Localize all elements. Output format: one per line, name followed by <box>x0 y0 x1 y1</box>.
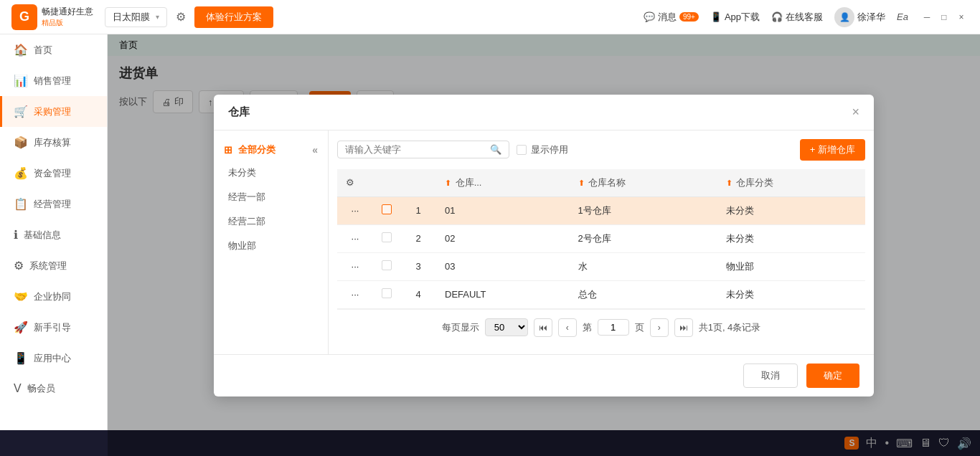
maximize-button[interactable]: □ <box>937 10 951 24</box>
sidebar: 🏠 首页 📊 销售管理 🛒 采购管理 📦 库存核算 💰 资金管理 📋 经营管理 … <box>0 34 108 456</box>
first-page-button[interactable]: ⏮ <box>534 318 552 337</box>
purchase-icon: 🛒 <box>14 105 28 118</box>
table-row[interactable]: ··· 1 01 1号仓库 未分类 <box>337 196 865 224</box>
row-checkbox[interactable] <box>373 252 400 280</box>
store-selector[interactable]: 日太阳膜 ▾ <box>105 7 167 27</box>
col-header-gear: ⚙ <box>337 169 373 197</box>
show-disabled-option[interactable]: 显示停用 <box>517 143 568 156</box>
modal-overlay: 仓库 × ⊞ 全部分类 « <box>108 34 980 456</box>
sidebar-label-inventory: 库存核算 <box>34 136 71 149</box>
row-num: 2 <box>400 224 436 252</box>
category-header[interactable]: ⊞ 全部分类 « <box>214 139 328 161</box>
modal-footer: 取消 确定 <box>214 354 874 396</box>
sidebar-item-inventory[interactable]: 📦 库存核算 <box>0 127 107 158</box>
last-page-button[interactable]: ⏭ <box>674 318 693 337</box>
row-gear[interactable]: ··· <box>337 224 373 252</box>
sidebar-item-home[interactable]: 🏠 首页 <box>0 34 107 65</box>
search-input-wrap[interactable]: 🔍 <box>337 141 509 158</box>
minimize-button[interactable]: ─ <box>920 10 934 24</box>
row-gear[interactable]: ··· <box>337 252 373 280</box>
home-icon: 🏠 <box>14 43 28 57</box>
row-num: 3 <box>400 252 436 280</box>
per-page-select[interactable]: 50 100 200 <box>485 318 528 336</box>
per-page-label: 每页显示 <box>442 321 479 334</box>
sidebar-label-system: 系统管理 <box>29 260 67 272</box>
brand-text: 畅捷通好生意 精品版 <box>42 6 93 27</box>
sidebar-item-vip[interactable]: V 畅会员 <box>0 374 107 404</box>
sort-icon-name: ⬆ <box>578 179 585 187</box>
sidebar-item-app-center[interactable]: 📱 应用中心 <box>0 343 107 374</box>
sort-icon-cat: ⬆ <box>726 179 732 187</box>
category-all-label: 全部分类 <box>238 143 275 156</box>
prev-page-button[interactable]: ‹ <box>558 318 577 337</box>
system-icon: ⚙ <box>14 259 24 272</box>
vip-icon: V <box>14 382 22 395</box>
total-label: 共1页, 4条记录 <box>699 321 761 334</box>
app-download-item[interactable]: 📱 App下载 <box>710 11 760 24</box>
sidebar-item-enterprise[interactable]: 🤝 企业协同 <box>0 281 107 312</box>
sidebar-item-system[interactable]: ⚙ 系统管理 <box>0 250 107 281</box>
row-name: 2号仓库 <box>570 224 717 252</box>
row-code: 02 <box>436 224 570 252</box>
sidebar-item-guide[interactable]: 🚀 新手引导 <box>0 312 107 343</box>
user-item[interactable]: 👤 徐泽华 <box>834 7 885 27</box>
window-controls: ─ □ × <box>920 10 969 24</box>
search-bar: 🔍 显示停用 + 新增仓库 <box>337 139 865 161</box>
grid-icon: ⊞ <box>224 144 232 156</box>
service-item[interactable]: 🎧 在线客服 <box>771 11 823 24</box>
modal-title: 仓库 <box>228 105 250 119</box>
table-container: ⚙ ⬆ 仓库... ⬆ <box>337 169 865 309</box>
modal-header: 仓库 × <box>214 95 874 130</box>
row-gear[interactable]: ··· <box>337 280 373 308</box>
sidebar-item-operations[interactable]: 📋 经营管理 <box>0 189 107 219</box>
operations-icon: 📋 <box>14 197 28 211</box>
sidebar-item-purchase[interactable]: 🛒 采购管理 <box>0 96 107 127</box>
row-checkbox[interactable] <box>373 224 400 252</box>
messages-item[interactable]: 💬 消息 99+ <box>644 11 699 24</box>
sidebar-item-basic-info[interactable]: ℹ 基础信息 <box>0 219 107 250</box>
settings-icon[interactable]: ⚙ <box>176 10 186 24</box>
sidebar-item-sales[interactable]: 📊 销售管理 <box>0 65 107 96</box>
row-checkbox[interactable] <box>373 280 400 308</box>
category-item-property[interactable]: 物业部 <box>214 234 328 258</box>
search-input[interactable] <box>345 144 490 155</box>
row-code: 03 <box>436 252 570 280</box>
add-warehouse-button[interactable]: + 新增仓库 <box>800 139 865 161</box>
sidebar-item-finance[interactable]: 💰 资金管理 <box>0 158 107 189</box>
row-name: 水 <box>570 252 717 280</box>
service-label: 在线客服 <box>786 11 823 24</box>
modal-close-button[interactable]: × <box>852 105 859 120</box>
inventory-icon: 📦 <box>14 136 28 149</box>
collapse-icon[interactable]: « <box>312 144 318 156</box>
brand-sub: 精品版 <box>42 18 93 27</box>
col-header-code[interactable]: ⬆ 仓库... <box>436 169 570 197</box>
category-panel: ⊞ 全部分类 « 未分类 经营一部 经营二部 <box>214 130 329 354</box>
col-header-name[interactable]: ⬆ 仓库名称 <box>570 169 717 197</box>
col-header-category[interactable]: ⬆ 仓库分类 <box>717 169 865 197</box>
category-item-ops1[interactable]: 经营一部 <box>214 185 328 209</box>
category-item-unclassified[interactable]: 未分类 <box>214 161 328 185</box>
confirm-button[interactable]: 确定 <box>806 364 859 388</box>
close-window-button[interactable]: × <box>954 10 969 24</box>
phone-icon: 📱 <box>710 11 722 22</box>
sidebar-label-enterprise: 企业协同 <box>34 290 71 303</box>
table-row[interactable]: ··· 2 02 2号仓库 未分类 <box>337 224 865 252</box>
app-label: App下载 <box>725 11 760 24</box>
sidebar-label-app-center: 应用中心 <box>34 352 71 365</box>
category-item-ops2[interactable]: 经营二部 <box>214 209 328 234</box>
sidebar-label-basic-info: 基础信息 <box>24 229 61 242</box>
ea-badge: Ea <box>897 11 908 22</box>
cancel-button[interactable]: 取消 <box>743 364 798 388</box>
app-center-icon: 📱 <box>14 351 28 365</box>
sidebar-label-purchase: 采购管理 <box>34 105 71 118</box>
next-page-button[interactable]: › <box>650 318 669 337</box>
row-checkbox[interactable] <box>373 196 400 224</box>
page-number-input[interactable] <box>598 319 629 336</box>
row-name: 1号仓库 <box>570 196 717 224</box>
table-row[interactable]: ··· 3 03 水 物业部 <box>337 252 865 280</box>
table-row[interactable]: ··· 4 DEFAULT 总仓 未分类 <box>337 280 865 308</box>
row-gear[interactable]: ··· <box>337 196 373 224</box>
row-category: 未分类 <box>717 224 865 252</box>
try-button[interactable]: 体验行业方案 <box>194 6 273 28</box>
show-disabled-checkbox[interactable] <box>517 145 527 155</box>
